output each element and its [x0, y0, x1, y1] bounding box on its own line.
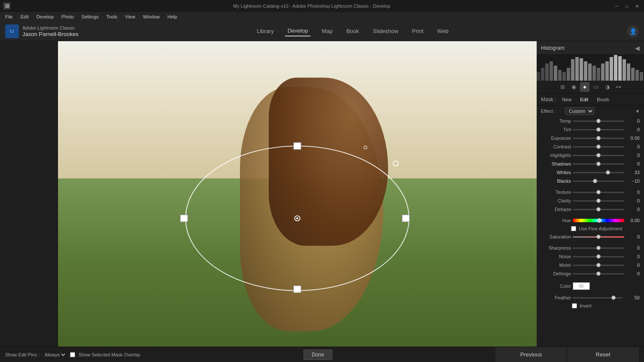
menu-help[interactable]: Help	[164, 13, 181, 20]
whites-thumb[interactable]	[606, 170, 610, 175]
grid-tool-icon[interactable]: ⊞	[558, 82, 567, 92]
always-dropdown[interactable]: Always	[43, 352, 67, 358]
highlights-thumb[interactable]	[596, 153, 601, 157]
brand-logo: Lr	[5, 24, 19, 38]
nav-web[interactable]: Web	[434, 26, 451, 36]
tint-slider[interactable]	[573, 127, 624, 133]
fine-adjustment-checkbox[interactable]	[571, 226, 576, 231]
user-avatar[interactable]: 👤	[627, 25, 639, 37]
menu-window[interactable]: Window	[140, 13, 163, 20]
nav-library[interactable]: Library	[254, 26, 276, 36]
invert-checkbox[interactable]	[572, 303, 577, 308]
close-button[interactable]: ✕	[634, 3, 641, 9]
sharpness-thumb[interactable]	[596, 246, 601, 250]
shadows-thumb[interactable]	[596, 162, 601, 166]
highlights-value: 0	[626, 153, 640, 158]
contrast-label: Contrast	[541, 144, 571, 149]
saturation-thumb[interactable]	[596, 235, 601, 239]
exposure-slider[interactable]	[573, 135, 624, 141]
texture-slider[interactable]	[573, 189, 624, 195]
maximize-button[interactable]: □	[623, 3, 630, 9]
noise-slider[interactable]	[573, 253, 624, 259]
whites-slider[interactable]	[573, 169, 624, 175]
moire-thumb[interactable]	[596, 263, 601, 267]
hue-slider[interactable]	[573, 217, 624, 223]
svg-rect-29	[623, 59, 626, 81]
color-row: Color ✉	[537, 281, 644, 292]
defringe-thumb[interactable]	[596, 272, 601, 276]
nav-print[interactable]: Print	[410, 26, 426, 36]
hue-thumb[interactable]	[597, 218, 601, 223]
svg-rect-9	[537, 72, 540, 81]
temp-slider[interactable]	[573, 118, 624, 124]
histogram-collapse-button[interactable]: ◀	[635, 45, 640, 51]
menu-develop[interactable]: Develop	[33, 13, 57, 20]
dehaze-thumb[interactable]	[596, 207, 601, 211]
saturation-slider[interactable]	[573, 234, 624, 240]
feather-thumb[interactable]	[611, 296, 616, 300]
mask-label: Mask :	[541, 97, 556, 103]
canvas-area[interactable]	[58, 41, 537, 347]
svg-rect-19	[580, 58, 583, 81]
half-circle-tool-icon[interactable]: ◑	[602, 82, 612, 92]
window-title: My Lightroom Catalog-v10 - Adobe Photosh…	[10, 3, 613, 9]
moire-slider[interactable]	[573, 262, 624, 268]
minimize-button[interactable]: ─	[613, 3, 620, 9]
dehaze-label: Dehaze	[541, 207, 571, 212]
temp-thumb[interactable]	[596, 119, 601, 123]
mask-edit-button[interactable]: Edit	[577, 96, 591, 103]
done-button[interactable]: Done	[304, 350, 332, 360]
svg-rect-31	[631, 68, 635, 81]
histogram-title: Histogram	[541, 45, 565, 51]
brand: Lr Adobe Lightroom Classic Jason Parnell…	[5, 24, 79, 38]
range-tool-icon[interactable]: ⊶	[614, 82, 623, 92]
noise-value: 0	[626, 254, 640, 259]
blacks-thumb[interactable]	[593, 179, 597, 183]
square-tool-icon[interactable]: ▭	[591, 82, 601, 92]
contrast-slider[interactable]	[573, 144, 624, 150]
feather-slider[interactable]	[573, 295, 623, 301]
previous-button[interactable]: Previous	[495, 347, 567, 362]
menu-settings[interactable]: Settings	[78, 13, 102, 20]
svg-rect-28	[618, 56, 622, 81]
nav-map[interactable]: Map	[319, 26, 335, 36]
mask-new-button[interactable]: New	[559, 96, 574, 103]
shadows-slider[interactable]	[573, 161, 624, 167]
fine-adjustment-row: Use Fine Adjustment	[537, 225, 644, 232]
dehaze-slider[interactable]	[573, 206, 624, 212]
nav-develop[interactable]: Develop	[285, 26, 311, 36]
mask-brush-button[interactable]: Brush	[594, 96, 612, 103]
sharpness-slider[interactable]	[573, 245, 624, 251]
color-swatch[interactable]: ✉	[573, 282, 590, 290]
effect-dropdown[interactable]: Custom	[565, 107, 594, 115]
menu-edit[interactable]: Edit	[17, 13, 32, 20]
texture-thumb[interactable]	[596, 190, 601, 194]
noise-slider-row: Noise 0	[537, 252, 644, 261]
radial-tool-icon[interactable]: ◉	[569, 82, 578, 92]
window-controls[interactable]: ─ □ ✕	[613, 3, 641, 9]
nav-slideshow[interactable]: Slideshow	[370, 26, 401, 36]
reset-button[interactable]: Reset	[567, 347, 639, 362]
clarity-thumb[interactable]	[596, 199, 601, 203]
effect-row: Effect : Custom ▼	[537, 106, 644, 117]
defringe-slider[interactable]	[573, 271, 624, 277]
menu-tools[interactable]: Tools	[103, 13, 121, 20]
menu-photo[interactable]: Photo	[58, 13, 77, 20]
nav-book[interactable]: Book	[344, 26, 362, 36]
exposure-thumb[interactable]	[596, 136, 601, 140]
noise-thumb[interactable]	[596, 254, 601, 259]
saturation-value: 0	[626, 234, 640, 239]
tint-thumb[interactable]	[596, 127, 601, 132]
svg-rect-23	[597, 68, 600, 81]
show-mask-checkbox[interactable]	[70, 352, 75, 357]
feather-row: Feather 50	[537, 293, 644, 302]
menu-file[interactable]: File	[2, 13, 16, 20]
circle-tool-icon[interactable]: ●	[580, 82, 589, 92]
menu-view[interactable]: View	[122, 13, 139, 20]
highlights-slider[interactable]	[573, 152, 624, 158]
svg-rect-30	[627, 63, 630, 81]
clarity-slider[interactable]	[573, 198, 624, 204]
shadows-slider-row: Shadows 0	[537, 160, 644, 168]
contrast-thumb[interactable]	[596, 145, 601, 149]
blacks-slider[interactable]	[573, 178, 624, 184]
